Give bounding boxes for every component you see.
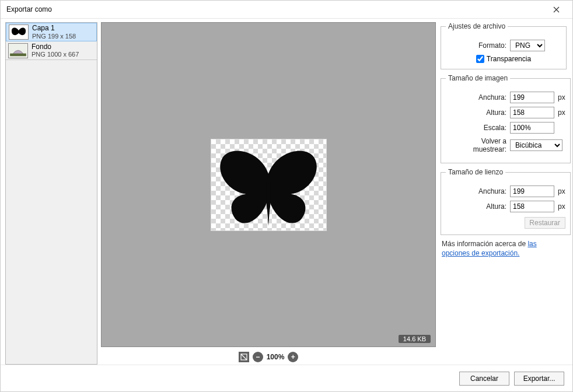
preview-canvas: 14.6 KB [101, 22, 436, 347]
dialog-footer: Cancelar Exportar... [1, 365, 572, 391]
info-text: Más información acerca de las opciones d… [441, 240, 567, 258]
img-width-label: Anchura: [446, 93, 506, 102]
canvas-width-label: Anchura: [446, 187, 506, 195]
layer-meta: PNG 199 x 158 [32, 33, 76, 40]
layer-thumb [8, 43, 28, 58]
layer-thumb [9, 24, 29, 40]
img-scale-label: Escala: [446, 124, 506, 132]
image-size-group: Tamaño de imagen Anchura: px Altura: px … [441, 74, 571, 163]
main-area: Capa 1 PNG 199 x 158 Fondo PNG 1000 x 66… [1, 19, 572, 365]
resample-select[interactable]: Bicúbica [510, 139, 562, 151]
preview-checkerboard [211, 139, 327, 231]
minus-icon: − [256, 353, 260, 361]
close-icon [553, 6, 560, 13]
img-width-input[interactable] [510, 92, 554, 103]
transparency-checkbox[interactable] [476, 55, 484, 63]
transparency-label: Transparencia [487, 55, 531, 63]
format-row: Formato: PNG [446, 40, 561, 51]
file-settings-legend: Ajustes de archivo [446, 22, 508, 30]
format-select[interactable]: PNG [510, 40, 545, 51]
plus-icon: + [291, 353, 295, 361]
zoom-fit-button[interactable] [239, 352, 249, 362]
zoom-value: 100% [267, 353, 285, 361]
canvas-width-input[interactable] [510, 186, 554, 197]
butterfly-image [211, 139, 326, 231]
layer-text: Fondo PNG 1000 x 667 [32, 43, 79, 58]
preview-column: 14.6 KB − 100% + [101, 22, 436, 365]
unit-px: px [558, 202, 565, 211]
zoom-out-button[interactable]: − [253, 352, 263, 362]
layer-item-capa1[interactable]: Capa 1 PNG 199 x 158 [6, 23, 97, 41]
layer-name: Capa 1 [32, 24, 76, 32]
layer-meta: PNG 1000 x 667 [32, 51, 79, 58]
filesize-badge: 14.6 KB [399, 335, 431, 343]
layer-name: Fondo [32, 43, 79, 51]
export-button[interactable]: Exportar... [514, 372, 564, 386]
img-scale-input[interactable] [510, 122, 554, 134]
settings-panel: Ajustes de archivo Formato: PNG Transpar… [439, 22, 568, 365]
resample-label: Volver a muestrear: [446, 137, 506, 153]
transparency-row: Transparencia [446, 55, 561, 63]
canvas-height-input[interactable] [510, 201, 554, 212]
format-label: Formato: [446, 41, 506, 50]
zoom-toolbar: − 100% + [101, 349, 436, 365]
unit-px: px [558, 93, 565, 102]
img-height-input[interactable] [510, 107, 554, 118]
img-height-label: Altura: [446, 108, 506, 117]
restore-button[interactable]: Restaurar [525, 217, 565, 229]
fit-icon [240, 354, 247, 360]
info-prefix: Más información acerca de [442, 240, 527, 248]
zoom-in-button[interactable]: + [288, 352, 298, 362]
window-title: Exportar como [6, 5, 544, 13]
close-button[interactable] [544, 2, 568, 17]
unit-px: px [558, 187, 565, 195]
file-settings-group: Ajustes de archivo Formato: PNG Transpar… [441, 22, 567, 69]
svg-point-2 [266, 176, 271, 212]
svg-rect-1 [10, 53, 26, 56]
image-size-legend: Tamaño de imagen [446, 74, 510, 82]
canvas-height-label: Altura: [446, 202, 506, 211]
layers-list: Capa 1 PNG 199 x 158 Fondo PNG 1000 x 66… [5, 22, 97, 365]
canvas-size-legend: Tamaño de lienzo [446, 168, 505, 176]
layer-text: Capa 1 PNG 199 x 158 [32, 24, 76, 39]
titlebar: Exportar como [1, 1, 572, 18]
cancel-button[interactable]: Cancelar [459, 372, 509, 386]
canvas-size-group: Tamaño de lienzo Anchura: px Altura: px … [441, 168, 571, 235]
layer-item-fondo[interactable]: Fondo PNG 1000 x 667 [6, 41, 97, 60]
unit-px: px [558, 108, 565, 117]
